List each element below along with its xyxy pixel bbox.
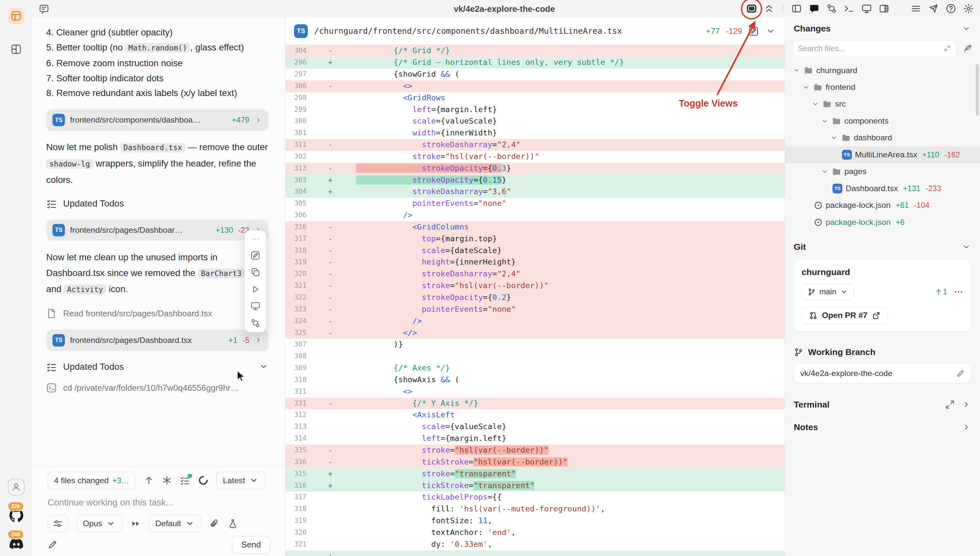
github-link[interactable]: 22k: [8, 507, 24, 524]
tree-item-components[interactable]: components: [785, 112, 980, 129]
send-button[interactable]: Send: [232, 536, 270, 553]
checklist-icon: [46, 198, 57, 209]
feather-button[interactable]: [962, 44, 973, 54]
line-number: 322: [286, 292, 307, 304]
tree-item-pages[interactable]: pages: [785, 163, 980, 180]
diff-line: 316- <GridColumns: [286, 221, 785, 233]
branch-selector[interactable]: main: [802, 284, 854, 300]
collapse-file-button[interactable]: [765, 26, 776, 36]
git-compare-button[interactable]: [250, 318, 261, 328]
help-button[interactable]: [946, 3, 956, 14]
tree-item-multilinearea.tsx[interactable]: TSMultiLineArea.tsx+110-162: [785, 146, 980, 163]
tree-item-package-lock.json[interactable]: package-lock.json+6: [785, 214, 980, 231]
tree-chevron[interactable]: [821, 117, 829, 125]
diff-line: 307 )}: [286, 339, 785, 351]
discord-link[interactable]: 346: [8, 535, 24, 552]
gear-button[interactable]: [963, 3, 974, 14]
tree-item-package-lock.json[interactable]: package-lock.json+61-104: [785, 197, 980, 214]
file-change-chip[interactable]: TSfrontend/src/components/dashboa…+479: [46, 110, 269, 131]
diff-marker: +: [326, 186, 336, 198]
tree-chevron[interactable]: [802, 83, 810, 92]
fast-forward-button[interactable]: [131, 519, 141, 529]
board-view-button[interactable]: [8, 40, 24, 57]
tree-item-src[interactable]: src: [785, 96, 980, 112]
working-branch-field[interactable]: vk/4e2a-explore-the-code: [794, 363, 972, 383]
mode-dropdown[interactable]: Default: [149, 515, 202, 532]
terminal-button[interactable]: [844, 3, 854, 14]
collapse-button[interactable]: [764, 3, 774, 14]
notes-chevron[interactable]: [961, 422, 972, 432]
git-compare-button[interactable]: [826, 3, 837, 14]
panel-left-button[interactable]: [791, 3, 802, 14]
edit-branch-button[interactable]: [956, 369, 965, 378]
files-changed-button[interactable]: 4 files changed +3…: [47, 472, 136, 489]
line-number: 309: [286, 362, 307, 374]
copy-button[interactable]: [250, 267, 261, 277]
pen-button[interactable]: [47, 540, 58, 550]
sparkle-button[interactable]: [162, 475, 172, 485]
git-more-button[interactable]: [953, 287, 964, 297]
git-section-header[interactable]: Git: [785, 236, 980, 258]
pen-icon: [47, 540, 58, 550]
message-input[interactable]: [47, 497, 270, 508]
workspace-button[interactable]: [8, 8, 24, 24]
git-collapse-button[interactable]: [961, 242, 972, 252]
line-number: 296: [286, 57, 307, 68]
model-dropdown[interactable]: Opus: [76, 515, 123, 532]
toggle-views-button[interactable]: [746, 3, 757, 14]
terminal-chevron[interactable]: [961, 399, 972, 410]
file-change-chip[interactable]: TSfrontend/src/pages/Dashboar…+130-23: [46, 220, 269, 241]
floating-toolbar: [244, 230, 266, 333]
tool-call-row[interactable]: cd /private/var/folders/10/h7w0q46556ggr…: [46, 383, 269, 393]
file-change-chip[interactable]: TSfrontend/src/pages/Dashboard.tsx+1-5: [46, 330, 269, 351]
todo-expand-button[interactable]: [258, 362, 269, 372]
chevron-right-icon: [254, 336, 263, 344]
chat-button[interactable]: [809, 3, 819, 14]
scroll-to-top-button[interactable]: [144, 475, 154, 485]
search-input[interactable]: [798, 44, 940, 53]
list-item: 6. Remove zoom instruction noise: [46, 56, 269, 71]
tree-item-dashboard.tsx[interactable]: TSDashboard.tsx+131-233: [785, 180, 980, 197]
monitor-button[interactable]: [861, 3, 872, 14]
tree-item-frontend[interactable]: frontend: [785, 79, 980, 95]
share-button[interactable]: [928, 3, 939, 14]
todos-button[interactable]: [180, 475, 190, 485]
open-pr-button[interactable]: Open PR #7: [802, 307, 888, 324]
tree-item-churnguard[interactable]: churnguard: [785, 62, 980, 79]
menu-button[interactable]: [911, 3, 921, 14]
experiment-button[interactable]: [228, 519, 238, 529]
notes-section-header[interactable]: Notes: [785, 416, 980, 439]
inline-edit-button[interactable]: [250, 251, 261, 260]
line-number: 323: [286, 304, 307, 315]
feather-icon: [962, 44, 973, 54]
panel-split-button[interactable]: [879, 3, 889, 14]
diff-line: 306- <>: [286, 80, 785, 92]
terminal-section-header[interactable]: Terminal: [785, 393, 980, 416]
latest-dropdown[interactable]: Latest: [216, 472, 265, 489]
panel-left-icon: [791, 3, 802, 14]
changes-collapse-button[interactable]: [961, 24, 972, 34]
tree-chevron[interactable]: [821, 168, 829, 176]
file-search[interactable]: [793, 40, 957, 57]
monitor-button[interactable]: [250, 301, 261, 311]
tree-chevron[interactable]: [811, 100, 819, 108]
tool-call-row[interactable]: Read frontend/src/pages/Dashboard.tsx: [46, 308, 269, 318]
attach-button[interactable]: [210, 519, 220, 529]
play-button[interactable]: [250, 284, 261, 294]
updated-todos-row[interactable]: Updated Todos: [46, 198, 269, 209]
chevron-down-icon: [802, 83, 810, 92]
scrollbar-thumb[interactable]: [976, 64, 979, 115]
expand-terminal-button[interactable]: [945, 399, 955, 410]
tree-chevron[interactable]: [830, 134, 838, 142]
git-compare-icon: [826, 3, 837, 14]
collapse-tree-button[interactable]: [943, 44, 951, 52]
chat-settings-button[interactable]: [47, 515, 68, 532]
tree-chevron[interactable]: [793, 66, 801, 74]
tree-item-dashboard[interactable]: dashboard: [785, 129, 980, 146]
inline-diff-toggle[interactable]: [748, 26, 759, 36]
line-number: 307: [286, 339, 307, 351]
updated-todos-row[interactable]: Updated Todos: [46, 362, 269, 372]
changes-section-header[interactable]: Changes: [785, 18, 980, 40]
dots-button[interactable]: [251, 235, 260, 244]
account-button[interactable]: [8, 478, 24, 495]
